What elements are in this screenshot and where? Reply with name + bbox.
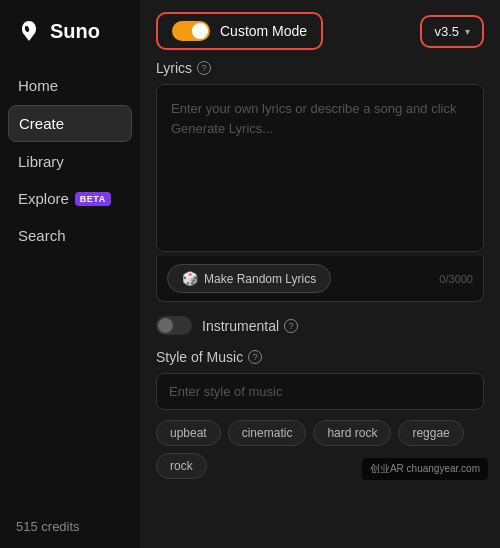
sidebar-item-label-explore: Explore [18, 190, 69, 207]
instrumental-toggle[interactable] [156, 316, 192, 335]
instrumental-label: Instrumental ? [202, 318, 298, 334]
make-random-lyrics-button[interactable]: 🎲 Make Random Lyrics [167, 264, 331, 293]
style-tag-cinematic[interactable]: cinematic [228, 420, 307, 446]
style-of-music-section: Style of Music ? upbeat cinematic hard r… [156, 349, 484, 479]
sidebar-item-label-search: Search [18, 227, 66, 244]
dice-icon: 🎲 [182, 271, 198, 286]
style-of-music-input[interactable] [156, 373, 484, 410]
credits-display: 515 credits [0, 505, 140, 548]
style-tag-hard-rock[interactable]: hard rock [313, 420, 391, 446]
lyrics-section-label: Lyrics ? [156, 60, 484, 76]
sidebar-item-explore[interactable]: Explore BETA [8, 181, 132, 216]
custom-mode-container[interactable]: Custom Mode [156, 12, 323, 50]
logo-area: Suno [0, 0, 140, 68]
char-count-display: 0/3000 [439, 273, 473, 285]
chevron-down-icon: ▾ [465, 26, 470, 37]
toggle-knob [192, 23, 208, 39]
style-section-label: Style of Music ? [156, 349, 484, 365]
main-panel: Custom Mode v3.5 ▾ Lyrics ? 🎲 Make Rando… [140, 0, 500, 548]
instrumental-toggle-knob [158, 318, 173, 333]
instrumental-row: Instrumental ? [156, 316, 484, 335]
sidebar: Suno Home Create Library Explore BETA Se… [0, 0, 140, 548]
sidebar-item-create[interactable]: Create [8, 105, 132, 142]
custom-mode-toggle-switch[interactable] [172, 21, 210, 41]
style-tags-container: upbeat cinematic hard rock reggae rock [156, 420, 484, 479]
topbar: Custom Mode v3.5 ▾ [140, 0, 500, 60]
version-label: v3.5 [434, 24, 459, 39]
style-tag-rock[interactable]: rock [156, 453, 207, 479]
lyrics-textarea[interactable] [156, 84, 484, 252]
beta-badge: BETA [75, 192, 111, 206]
sidebar-item-library[interactable]: Library [8, 144, 132, 179]
logo-text: Suno [50, 20, 100, 43]
version-button[interactable]: v3.5 ▾ [420, 15, 484, 48]
suno-logo-icon [16, 18, 42, 44]
style-tag-reggae[interactable]: reggae [398, 420, 463, 446]
sidebar-item-label-create: Create [19, 115, 64, 132]
instrumental-help-icon[interactable]: ? [284, 319, 298, 333]
lyrics-help-icon[interactable]: ? [197, 61, 211, 75]
sidebar-item-label-library: Library [18, 153, 64, 170]
sidebar-nav: Home Create Library Explore BETA Search [0, 68, 140, 505]
sidebar-item-search[interactable]: Search [8, 218, 132, 253]
main-content: Lyrics ? 🎲 Make Random Lyrics 0/3000 Ins… [140, 60, 500, 548]
style-tag-upbeat[interactable]: upbeat [156, 420, 221, 446]
sidebar-item-home[interactable]: Home [8, 68, 132, 103]
lyrics-bottom-bar: 🎲 Make Random Lyrics 0/3000 [156, 256, 484, 302]
custom-mode-label: Custom Mode [220, 23, 307, 39]
sidebar-item-label-home: Home [18, 77, 58, 94]
style-help-icon[interactable]: ? [248, 350, 262, 364]
